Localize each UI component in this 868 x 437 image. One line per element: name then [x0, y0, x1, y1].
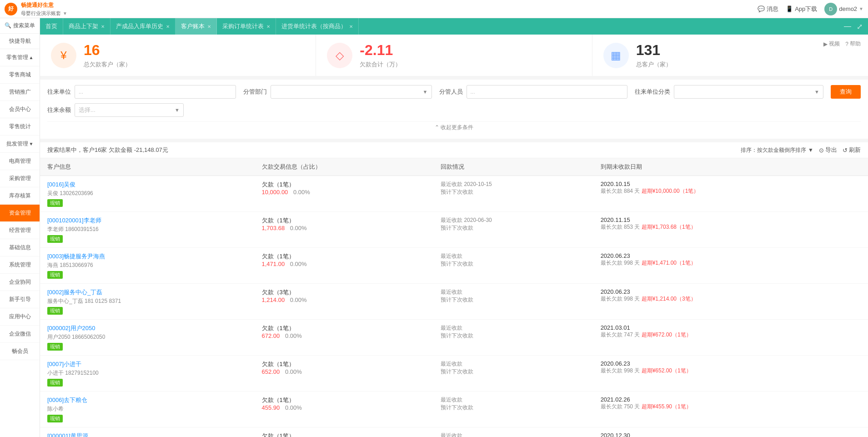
- sidebar-nav-label: 快捷导航: [9, 38, 31, 44]
- chevron-icon: ▼: [29, 141, 34, 146]
- sidebar-item-finance[interactable]: 资金管理: [0, 205, 40, 222]
- debt-amount-value-5: 652.00: [262, 368, 280, 375]
- next-collect-4: 预计下次收款: [441, 332, 586, 340]
- export-label: 导出: [825, 146, 837, 154]
- sidebar-item-retail-mall[interactable]: 零售商城: [0, 66, 40, 84]
- tab-customer-account[interactable]: 客户账本 ✕: [176, 18, 217, 35]
- overdue-days-3: 最长欠款 998 天: [601, 296, 642, 302]
- sidebar-item-operations[interactable]: 经营管理: [0, 222, 40, 239]
- sidebar-item-marketing[interactable]: 营销推广: [0, 84, 40, 101]
- customer-name-5[interactable]: [0007]小进干: [47, 360, 247, 368]
- overdue-info-4: 最长欠款 747 天 超期¥672.00（1笔）: [601, 331, 861, 339]
- sidebar-item-wechat[interactable]: 企业微信: [0, 326, 40, 343]
- sidebar-item-retail-mgmt[interactable]: 零售管理 ▲: [0, 49, 40, 66]
- sort-label: 排序：按欠款金额倒序排序: [741, 146, 806, 154]
- tab-product-inbound[interactable]: 产成品入库单历史 ✕: [110, 18, 176, 35]
- filter-select-dept[interactable]: ▼: [271, 85, 432, 99]
- filter-input-unit[interactable]: ...: [75, 85, 236, 99]
- filter-item-unit-class: 往来单位分类 ▼: [635, 85, 823, 99]
- customer-name-6[interactable]: [0006]去下粮仓: [47, 396, 247, 404]
- customer-name-1[interactable]: [0001020001]李老师: [47, 216, 247, 225]
- overdue-amount-2[interactable]: 超期¥1,471.00（1笔）: [642, 260, 696, 266]
- main-layout: 🔍 搜索菜单 快捷导航 零售管理 ▲ 零售商城 营销推广 会员中心 零售统计 批…: [0, 18, 868, 437]
- cell-debt-4: 欠款（1笔） 672.00 0.00%: [255, 320, 434, 356]
- table-row: [0001020001]李老师 李老师 18600391516 现销 欠款（1笔…: [40, 212, 868, 248]
- filter-select-unit-class[interactable]: ▼: [674, 85, 823, 99]
- customer-contact-5: 小进干 18279152100: [47, 369, 247, 377]
- tab-minimize-icon[interactable]: —: [842, 22, 853, 30]
- tab-purchase-order-stats[interactable]: 采购订单统计表 ✕: [217, 18, 276, 35]
- selector-label: 母婴行业演示账套: [21, 10, 61, 17]
- sidebar-item-inventory[interactable]: 库存核算: [0, 187, 40, 205]
- sidebar-item-system[interactable]: 系统管理: [0, 256, 40, 274]
- customer-name-3[interactable]: [0002]服务中心_丁磊: [47, 288, 247, 296]
- overdue-amount-0[interactable]: 超期¥10,000.00（1笔）: [642, 188, 699, 194]
- tab-label: 首页: [45, 22, 57, 30]
- sidebar-item-chang-member[interactable]: 畅会员: [0, 343, 40, 360]
- tab-close-icon[interactable]: ✕: [349, 24, 353, 29]
- sidebar-item-label: 新手引导: [9, 296, 31, 302]
- cell-debt-0: 欠款（1笔） 10,000.00 0.00%: [255, 176, 434, 212]
- message-btn[interactable]: 💬 消息: [758, 5, 778, 13]
- customer-name-4[interactable]: [000002]用户2050: [47, 324, 247, 332]
- help-btn[interactable]: ? 帮助: [845, 40, 861, 48]
- selector-bar[interactable]: 母婴行业演示账套 ▼: [21, 10, 67, 17]
- sidebar-item-basic-info[interactable]: 基础信息: [0, 239, 40, 256]
- overdue-amount-1[interactable]: 超期¥1,703.68（1笔）: [642, 224, 696, 230]
- user-menu[interactable]: D demo2 ▼: [824, 3, 863, 15]
- tab-close-icon[interactable]: ✕: [207, 24, 211, 29]
- video-btn[interactable]: ▶ 视频: [823, 40, 840, 48]
- cell-collection-1: 最近收款 2020-06-30 预计下次收款: [433, 212, 593, 248]
- stat-icon-total: ◇: [327, 43, 352, 68]
- tab-close-icon[interactable]: ✕: [101, 24, 105, 29]
- customer-name-7[interactable]: [000001]黄思源: [47, 432, 247, 437]
- app-download-label: App下载: [795, 5, 817, 13]
- sort-select[interactable]: 排序：按欠款金额倒序排序 ▼: [741, 146, 813, 154]
- overdue-amount-6[interactable]: 超期¥455.90（1笔）: [642, 403, 692, 410]
- overdue-amount-4[interactable]: 超期¥672.00（1笔）: [642, 332, 692, 338]
- query-button[interactable]: 查询: [831, 85, 861, 99]
- tab-close-icon[interactable]: ✕: [266, 24, 270, 29]
- customer-name-2[interactable]: [0003]畅捷服务尹海燕: [47, 252, 247, 261]
- filter-input-person[interactable]: ...: [467, 85, 628, 99]
- sidebar-item-retail-stats[interactable]: 零售统计: [0, 118, 40, 136]
- search-icon: 🔍: [5, 22, 11, 29]
- tab-maximize-icon[interactable]: ⤢: [855, 22, 864, 31]
- overdue-amount-5[interactable]: 超期¥652.00（1笔）: [642, 367, 692, 374]
- sidebar-item-app-center[interactable]: 应用中心: [0, 308, 40, 326]
- stat-value-debt-customers: 16: [84, 42, 131, 59]
- help-label: 帮助: [850, 40, 861, 48]
- export-btn[interactable]: ⊙ 导出: [819, 146, 837, 154]
- tab-product-shelf[interactable]: 商品上下架 ✕: [63, 18, 110, 35]
- sidebar-item-members[interactable]: 会员中心: [0, 101, 40, 118]
- sidebar-item-label: 系统管理: [9, 261, 31, 268]
- customer-name-0[interactable]: [0016]吴俊: [47, 181, 247, 189]
- sidebar-item-enterprise[interactable]: 企业协同: [0, 274, 40, 291]
- logo-icon: 好: [5, 3, 17, 15]
- sidebar-item-newbie[interactable]: 新手引导: [0, 291, 40, 308]
- app-download-btn[interactable]: 📱 App下载: [786, 5, 817, 13]
- sidebar-item-wholesale[interactable]: 批发管理 ▼: [0, 136, 40, 153]
- debt-amount-value-0: 10,000.00: [262, 189, 288, 196]
- top-bar: 好 畅捷通好生意 母婴行业演示账套 ▼ 💬 消息 📱 App下载 D demo2…: [0, 0, 868, 18]
- help-icon: ?: [845, 41, 848, 47]
- refresh-btn[interactable]: ↺ 刷新: [843, 146, 861, 154]
- stat-value-debt-total: -2.11: [360, 42, 401, 59]
- sidebar-search[interactable]: 🔍 搜索菜单: [0, 18, 40, 34]
- sidebar-item-ecommerce[interactable]: 电商管理: [0, 153, 40, 170]
- debt-percent-0: 0.00%: [293, 189, 310, 196]
- tab-inbound-stats[interactable]: 进货单统计表（按商品） ✕: [276, 18, 359, 35]
- customer-contact-3: 服务中心_丁磊 181 0125 8371: [47, 297, 247, 305]
- tab-close-icon[interactable]: ✕: [166, 24, 170, 29]
- tab-label: 产成品入库单历史: [116, 22, 163, 30]
- logo-area: 好 畅捷通好生意 母婴行业演示账套 ▼: [5, 1, 67, 17]
- filter-select-balance[interactable]: 选择... ▼: [75, 103, 184, 117]
- sidebar-quick-nav[interactable]: 快捷导航: [0, 34, 40, 49]
- overdue-amount-3[interactable]: 超期¥1,214.00（3笔）: [642, 296, 696, 302]
- collapse-filter-btn[interactable]: ⌃ 收起更多条件: [47, 121, 861, 133]
- cell-debt-1: 欠款（1笔） 1,703.68 0.00%: [255, 212, 434, 248]
- table-row: [0007]小进干 小进干 18279152100 现销 欠款（1笔） 652.…: [40, 356, 868, 392]
- sidebar-item-purchase[interactable]: 采购管理: [0, 170, 40, 187]
- table-row: [0006]去下粮仓 陈小希 现销 欠款（1笔） 455.90 0.00% 最近…: [40, 392, 868, 427]
- tab-home[interactable]: 首页: [40, 18, 63, 35]
